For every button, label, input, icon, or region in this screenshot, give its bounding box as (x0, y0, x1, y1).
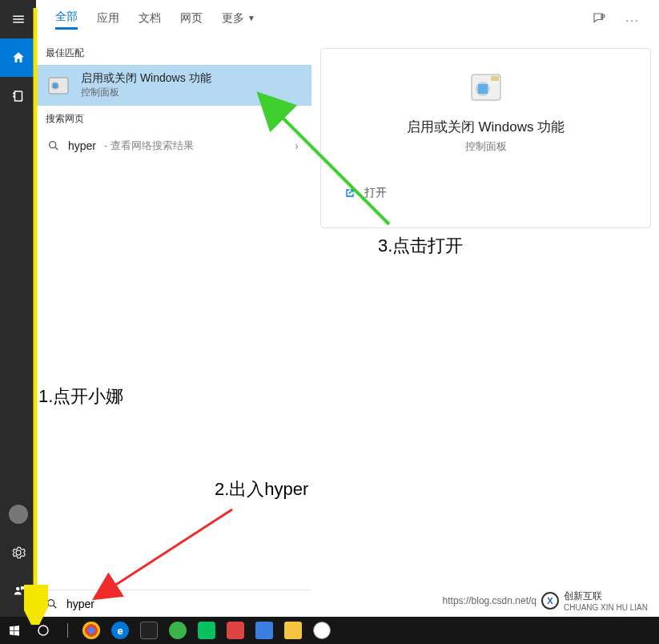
tab-all[interactable]: 全部 (55, 10, 78, 30)
cortana-icon (36, 623, 50, 638)
chevron-right-icon: › (295, 139, 299, 152)
detail-title: 启用或关闭 Windows 功能 (337, 118, 634, 136)
tab-more-label: 更多 (222, 11, 244, 26)
notebook-button[interactable] (0, 77, 36, 115)
cortana-sidebar (0, 0, 36, 617)
result-best-match[interactable]: 启用或关闭 Windows 功能 控制面板 (36, 65, 311, 106)
feedback-icon (592, 11, 606, 26)
watermark-url: https://blog.csdn.net/q (443, 595, 536, 606)
feedback-icon-button[interactable] (592, 11, 606, 28)
watermark: https://blog.csdn.net/q X 创新互联 CHUANG XI… (438, 588, 653, 614)
tab-web[interactable]: 网页 (180, 11, 203, 29)
open-label: 打开 (364, 186, 387, 200)
home-button[interactable] (0, 38, 36, 77)
taskbar-wechat[interactable] (192, 617, 221, 644)
chevron-down-icon: ▼ (247, 14, 255, 22)
svg-rect-8 (491, 76, 499, 81)
start-button[interactable] (0, 617, 29, 644)
gear-icon (11, 545, 26, 560)
taskbar-app-yellow[interactable] (279, 617, 307, 644)
menu-button[interactable] (0, 0, 36, 38)
results-panel: 最佳匹配 启用或关闭 Windows 功能 控制面板 搜索网页 hyper - … (36, 40, 311, 590)
svg-point-9 (48, 599, 54, 606)
taskbar-terminal[interactable] (135, 617, 163, 644)
result-subtitle: 控制面板 (81, 86, 211, 99)
tab-more[interactable]: 更多 ▼ (222, 11, 255, 29)
watermark-sub: CHUANG XIN HU LIAN (564, 603, 648, 612)
svg-rect-7 (478, 84, 488, 94)
open-action[interactable]: 打开 (337, 183, 393, 203)
detail-subtitle: 控制面板 (337, 139, 634, 154)
svg-line-4 (55, 147, 58, 150)
taskbar: e (0, 617, 659, 644)
avatar-icon (9, 505, 28, 524)
taskbar-app-red[interactable] (221, 617, 250, 644)
control-panel-features-icon (46, 73, 71, 99)
detail-icon (467, 68, 505, 107)
open-icon (344, 187, 356, 199)
task-view-button[interactable] (58, 617, 77, 644)
svg-line-10 (54, 606, 56, 608)
tab-apps[interactable]: 应用 (97, 11, 119, 29)
taskbar-app-circle[interactable] (307, 617, 336, 644)
watermark-logo: X (541, 592, 559, 610)
web-hint: - 查看网络搜索结果 (104, 139, 194, 153)
settings-button[interactable] (0, 533, 36, 572)
web-query: hyper (68, 139, 96, 152)
ellipsis-button[interactable]: ··· (625, 14, 640, 26)
taskbar-app-green[interactable] (163, 617, 192, 644)
hamburger-icon (11, 12, 26, 26)
home-icon (11, 50, 26, 65)
cortana-button[interactable] (29, 617, 58, 644)
detail-panel: 启用或关闭 Windows 功能 控制面板 打开 (320, 48, 651, 228)
user-avatar[interactable] (0, 495, 36, 533)
svg-rect-2 (53, 83, 58, 88)
person-comment-icon (11, 584, 26, 598)
svg-point-3 (50, 142, 56, 148)
annotation-3: 3.点击打开 (378, 234, 463, 258)
svg-point-11 (38, 626, 48, 635)
taskbar-edge[interactable]: e (106, 617, 135, 644)
search-icon (46, 598, 58, 610)
scope-tabs: 全部 应用 文档 网页 更多 ▼ ··· (36, 0, 659, 40)
result-title: 启用或关闭 Windows 功能 (81, 71, 211, 86)
taskbar-app-blue[interactable] (250, 617, 279, 644)
tab-docs[interactable]: 文档 (139, 11, 161, 29)
search-icon (47, 139, 60, 152)
notebook-icon (11, 89, 26, 103)
windows-icon (8, 624, 21, 637)
watermark-brand: 创新互联 (564, 590, 648, 603)
taskbar-chrome[interactable] (77, 617, 106, 644)
best-match-header: 最佳匹配 (36, 40, 311, 65)
feedback-button[interactable] (0, 572, 36, 610)
web-search-result[interactable]: hyper - 查看网络搜索结果 › (36, 131, 311, 161)
search-input[interactable] (66, 598, 302, 610)
search-box (36, 590, 311, 617)
web-search-header: 搜索网页 (36, 106, 311, 131)
